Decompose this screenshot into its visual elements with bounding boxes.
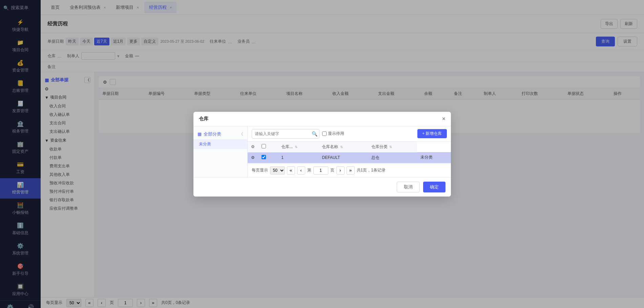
col-category-label: 仓库分类: [371, 144, 388, 149]
col-code-label: 仓库...: [281, 144, 293, 149]
dialog-page-input[interactable]: [313, 166, 328, 174]
dialog-next-btn[interactable]: ›: [336, 166, 345, 174]
col-gear: ⚙: [248, 142, 258, 152]
dialog-pagination: 每页显示 50 « ‹ 第 页 › » 共1页，1条记录: [248, 163, 451, 177]
dialog-search-input[interactable]: [252, 129, 319, 139]
dialog-search-button[interactable]: 🔍: [312, 131, 317, 137]
add-warehouse-button[interactable]: + 新增仓库: [417, 129, 446, 138]
select-all-checkbox[interactable]: [262, 144, 266, 148]
dialog-body: ▦ 全部分类 《 未分类 🔍 显示停用 + 新增仓库: [193, 126, 451, 177]
cat-header-label: 全部分类: [204, 131, 221, 137]
dialog-page-suffix: 页: [330, 167, 334, 173]
col-code[interactable]: 仓库... ⇅: [278, 142, 318, 152]
row-checkbox-0[interactable]: [258, 152, 278, 163]
col-name-label: 仓库名称: [322, 144, 338, 149]
sort-icon-name: ⇅: [340, 145, 343, 149]
cat-collapse-icon[interactable]: 《: [239, 131, 243, 137]
dialog-table: ⚙ 仓库... ⇅ 仓库名称 ⇅: [248, 142, 451, 163]
warehouse-dialog: 仓库 × ▦ 全部分类 《 未分类 🔍 显示停用 +: [193, 112, 451, 197]
cat-items: 未分类: [193, 139, 247, 149]
dialog-footer: 取消 确定: [193, 177, 451, 197]
dialog-table-head: ⚙ 仓库... ⇅ 仓库名称 ⇅: [248, 142, 451, 152]
confirm-button[interactable]: 确定: [423, 182, 445, 192]
show-disabled-label[interactable]: 显示停用: [322, 131, 344, 137]
row-index-0: 1: [278, 152, 318, 163]
dialog-table-body: ⚙ 1 DEFAULT 总仓 未分类: [248, 152, 451, 163]
dialog-page-prefix: 第: [307, 167, 311, 173]
show-disabled-text: 显示停用: [328, 131, 344, 137]
dialog-per-page-select[interactable]: 50: [270, 166, 285, 174]
col-checkbox: [258, 142, 278, 152]
dialog-table-panel: 🔍 显示停用 + 新增仓库 ⚙: [248, 126, 451, 177]
dialog-prev-btn[interactable]: ‹: [297, 166, 305, 174]
dialog-per-page-label: 每页显示: [252, 167, 268, 173]
sort-icon-category: ⇅: [389, 145, 392, 149]
dialog-total-label: 共1页，1条记录: [357, 167, 386, 173]
category-panel: ▦ 全部分类 《 未分类: [193, 126, 248, 177]
dialog-close-icon[interactable]: ×: [442, 116, 445, 122]
dialog-first-btn[interactable]: «: [287, 166, 295, 174]
dialog-row-0[interactable]: ⚙ 1 DEFAULT 总仓 未分类: [248, 152, 451, 163]
row-gear-0: ⚙: [248, 152, 258, 163]
dialog-search-wrap: 🔍: [252, 129, 319, 139]
row-category-0: 未分类: [417, 152, 451, 163]
cat-grid-icon: ▦: [198, 131, 202, 137]
dialog-table-wrap: ⚙ 仓库... ⇅ 仓库名称 ⇅: [248, 142, 451, 163]
col-name[interactable]: 仓库名称 ⇅: [318, 142, 368, 152]
dialog-header: 仓库 ×: [193, 112, 451, 126]
show-disabled-checkbox[interactable]: [322, 131, 327, 136]
row-code-0: DEFAULT: [318, 152, 368, 163]
cat-item-0[interactable]: 未分类: [193, 139, 247, 149]
sort-icon-code: ⇅: [295, 145, 297, 149]
dialog-title: 仓库: [199, 116, 208, 122]
row-name-0: 总仓: [368, 152, 417, 163]
dialog-last-btn[interactable]: »: [347, 166, 355, 174]
cat-panel-header[interactable]: ▦ 全部分类 《: [193, 129, 247, 139]
col-category[interactable]: 仓库分类 ⇅: [368, 142, 417, 152]
dialog-toolbar: 🔍 显示停用 + 新增仓库: [248, 126, 451, 142]
row-check-0[interactable]: [262, 155, 266, 159]
cancel-button[interactable]: 取消: [397, 182, 420, 192]
